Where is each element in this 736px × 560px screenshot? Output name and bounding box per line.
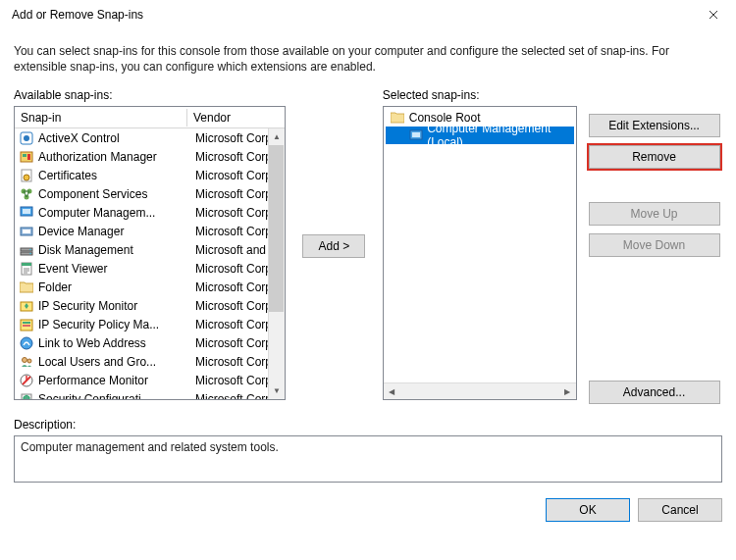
list-item-name: IP Security Monitor [38, 299, 195, 313]
list-item[interactable]: Computer Managem...Microsoft Corp... [15, 203, 285, 222]
perfmon-icon [19, 373, 34, 388]
list-item[interactable]: Authorization ManagerMicrosoft Corp... [15, 147, 285, 166]
svg-rect-13 [23, 229, 30, 233]
scroll-up-icon[interactable]: ▲ [269, 128, 284, 145]
scroll-left-icon[interactable]: ◀ [384, 384, 400, 399]
tree-item-label: Computer Management (Local) [427, 122, 573, 149]
svg-rect-19 [22, 263, 31, 266]
svg-rect-23 [23, 325, 30, 327]
seccfg-icon [19, 391, 34, 400]
svg-rect-30 [412, 132, 420, 137]
scroll-thumb[interactable] [269, 145, 284, 312]
selected-tree[interactable]: Console Root Computer Management (Local)… [383, 106, 577, 400]
description-box: Computer management and related system t… [14, 435, 722, 483]
remove-button[interactable]: Remove [589, 145, 720, 169]
ipsecpol-icon [19, 317, 34, 332]
list-item[interactable]: FolderMicrosoft Corp... [15, 278, 285, 296]
scrollbar-horizontal[interactable]: ◀ ▶ [384, 382, 576, 399]
devmgr-icon [19, 224, 34, 239]
list-item[interactable]: Local Users and Gro...Microsoft Corp... [15, 352, 285, 371]
list-item[interactable]: IP Security MonitorMicrosoft Corp... [15, 296, 285, 315]
list-item-name: Certificates [38, 169, 195, 182]
link-icon [19, 335, 34, 351]
list-item-name: Disk Management [38, 243, 195, 257]
move-down-button[interactable]: Move Down [589, 233, 720, 257]
close-icon [709, 10, 718, 20]
list-item[interactable]: Link to Web AddressMicrosoft Corp... [15, 333, 285, 352]
svg-point-17 [29, 253, 31, 255]
intro-text: You can select snap-ins for this console… [14, 43, 722, 75]
description-label: Description: [14, 418, 722, 432]
col-vendor[interactable]: Vendor [187, 109, 285, 127]
advanced-button[interactable]: Advanced... [589, 381, 720, 404]
list-item[interactable]: Disk ManagementMicrosoft and ... [15, 240, 285, 259]
cert-icon [19, 168, 34, 183]
titlebar: Add or Remove Snap-ins [0, 0, 736, 29]
compmgmt-icon [19, 205, 34, 221]
scrollbar-vertical[interactable]: ▲ ▼ [268, 128, 285, 399]
list-item[interactable]: CertificatesMicrosoft Corp... [15, 166, 285, 184]
add-button[interactable]: Add > [302, 234, 365, 258]
col-snapin[interactable]: Snap-in [15, 109, 187, 127]
window-title: Add or Remove Snap-ins [12, 8, 143, 22]
svg-point-16 [29, 249, 31, 251]
folder-icon [19, 280, 34, 295]
activex-icon [19, 130, 34, 146]
ipsecmon-icon [19, 298, 34, 314]
list-item-name: Link to Web Address [38, 336, 195, 350]
selected-label: Selected snap-ins: [383, 88, 577, 102]
list-item[interactable]: Performance MonitorMicrosoft Corp... [15, 371, 285, 389]
svg-point-26 [27, 359, 31, 363]
svg-point-25 [23, 357, 27, 362]
scroll-down-icon[interactable]: ▼ [269, 382, 284, 399]
list-item[interactable]: Component ServicesMicrosoft Corp... [15, 184, 285, 203]
list-item-name: Event Viewer [38, 262, 195, 276]
svg-rect-3 [23, 154, 26, 157]
available-listbox[interactable]: Snap-in Vendor ActiveX ControlMicrosoft … [14, 106, 286, 400]
list-item-name: Security Configurati... [38, 392, 195, 400]
list-item-name: Computer Managem... [38, 206, 195, 220]
list-item-name: Folder [38, 280, 195, 294]
scroll-right-icon[interactable]: ▶ [559, 384, 576, 399]
list-item[interactable]: Device ManagerMicrosoft Corp... [15, 222, 285, 240]
list-item-name: Performance Monitor [38, 374, 195, 387]
list-item-name: ActiveX Control [38, 131, 195, 145]
list-item[interactable]: Event ViewerMicrosoft Corp... [15, 259, 285, 278]
list-item-name: Component Services [38, 187, 195, 201]
list-item-name: Device Manager [38, 225, 195, 238]
move-up-button[interactable]: Move Up [589, 202, 720, 226]
list-item[interactable]: ActiveX ControlMicrosoft Corp... [15, 128, 285, 147]
ok-button[interactable]: OK [546, 498, 630, 522]
svg-point-1 [24, 135, 29, 141]
comp-icon [19, 186, 34, 202]
list-item-name: Local Users and Gro... [38, 355, 195, 369]
list-item[interactable]: IP Security Policy Ma...Microsoft Corp..… [15, 315, 285, 333]
list-item-name: Authorization Manager [38, 150, 195, 164]
computer-mgmt-icon [409, 127, 423, 143]
svg-point-6 [24, 175, 29, 180]
authmgr-icon [19, 149, 34, 165]
lusrmgr-icon [19, 354, 34, 370]
list-item-name: IP Security Policy Ma... [38, 318, 195, 331]
svg-point-24 [21, 337, 32, 349]
available-column-headers[interactable]: Snap-in Vendor [15, 107, 285, 128]
close-button[interactable] [691, 0, 736, 29]
available-label: Available snap-ins: [14, 88, 286, 102]
svg-rect-22 [23, 322, 30, 324]
description-text: Computer management and related system t… [21, 440, 279, 454]
event-icon [19, 261, 34, 277]
svg-rect-11 [23, 209, 30, 214]
folder-icon [390, 110, 405, 126]
disk-icon [19, 242, 34, 258]
tree-item-selected[interactable]: Computer Management (Local) [386, 127, 574, 144]
edit-extensions-button[interactable]: Edit Extensions... [589, 114, 720, 137]
cancel-button[interactable]: Cancel [638, 498, 722, 522]
svg-rect-4 [27, 154, 30, 160]
list-item[interactable]: Security Configurati...Microsoft Corp... [15, 389, 285, 399]
